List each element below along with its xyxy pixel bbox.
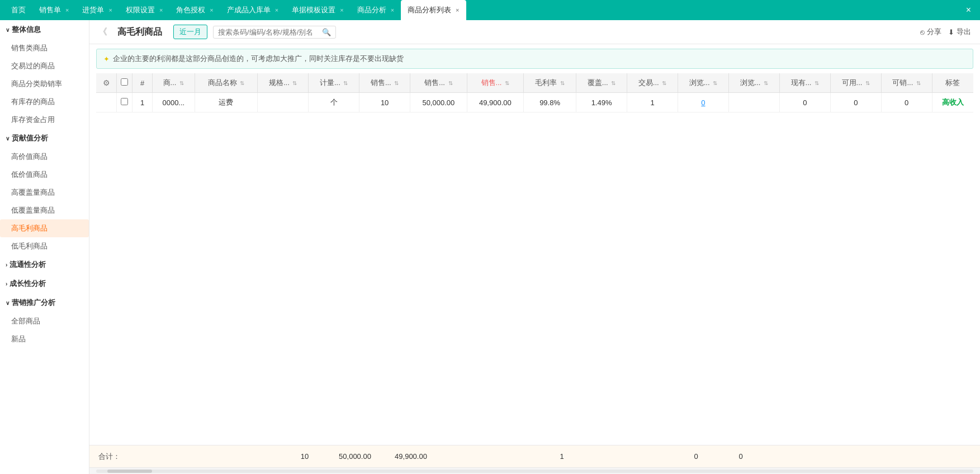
nav-product-in[interactable]: 产成品入库单 × (220, 0, 285, 20)
collapse-sidebar-btn[interactable]: 《 (98, 26, 107, 38)
footer-sales-amount: 50,000.00 (327, 452, 383, 461)
nav-close-permission[interactable]: × (159, 7, 163, 13)
content-header: 《 高毛利商品 近一月 🔍 ⎋ 分享 ⬇ 导出 (89, 20, 980, 44)
th-code[interactable]: 商... ⇅ (153, 73, 195, 93)
sort-spec-icon: ⇅ (292, 80, 297, 86)
th-view2[interactable]: 浏览... ⇅ (728, 73, 779, 93)
header-actions: ⎋ 分享 ⬇ 导出 (920, 27, 971, 37)
arrow-contribution: ∨ (6, 135, 10, 142)
nav-close-product-in[interactable]: × (275, 7, 278, 13)
td-sales-profit: 49,900.00 (467, 93, 524, 112)
th-view1[interactable]: 浏览... ⇅ (678, 73, 728, 93)
gear-icon[interactable]: ⚙ (103, 78, 110, 87)
th-transaction[interactable]: 交易... ⇅ (627, 73, 678, 93)
th-sales-amount[interactable]: 销售... ⇅ (410, 73, 467, 93)
main-layout: ∨ 整体信息 销售类商品 交易过的商品 商品分类助销率 有库存的商品 库存资金占… (0, 20, 980, 474)
sidebar-section-contribution[interactable]: ∨ 贡献值分析 (0, 129, 89, 148)
nav-close-analysis[interactable]: × (391, 7, 394, 13)
nav-close-template[interactable]: × (340, 7, 343, 13)
content-area: 《 高毛利商品 近一月 🔍 ⎋ 分享 ⬇ 导出 ✦ 企业的主要的利润都是这部 (89, 20, 980, 474)
sidebar-section-liquidity[interactable]: › 流通性分析 (0, 255, 89, 274)
td-checkbox[interactable] (117, 93, 132, 112)
td-sellable: 0 (881, 93, 932, 112)
th-name[interactable]: 商品名称 ⇅ (195, 73, 258, 93)
export-icon: ⬇ (948, 28, 954, 36)
top-nav: 首页 销售单 × 进货单 × 权限设置 × 角色授权 × 产成品入库单 × 单据… (0, 0, 980, 20)
nav-close-role[interactable]: × (210, 7, 213, 13)
nav-sales[interactable]: 销售单 × (32, 0, 75, 20)
sort-gross-margin-icon: ⇅ (560, 80, 565, 86)
sidebar-item-all-goods[interactable]: 全部商品 (0, 312, 89, 330)
footer-values: 10 50,000.00 49,900.00 1 0 0 (131, 452, 971, 461)
nav-analysis[interactable]: 商品分析 × (351, 0, 401, 20)
th-coverage[interactable]: 覆盖... ⇅ (576, 73, 627, 93)
th-sellable[interactable]: 可销... ⇅ (881, 73, 932, 93)
sidebar-item-high-margin[interactable]: 高毛利商品 (0, 219, 89, 237)
sidebar-item-low-margin[interactable]: 低毛利商品 (0, 237, 89, 255)
td-view1[interactable]: 0 (678, 93, 728, 112)
sidebar-item-low-value[interactable]: 低价值商品 (0, 166, 89, 184)
th-spec[interactable]: 规格... ⇅ (258, 73, 309, 93)
scrollbar-track[interactable] (96, 470, 973, 473)
nav-close-all[interactable]: × (962, 5, 976, 15)
sort-view1-icon: ⇅ (713, 80, 717, 86)
sort-available-icon: ⇅ (865, 80, 870, 86)
nav-analysis-list[interactable]: 商品分析列表 × (401, 0, 466, 20)
sort-view2-icon: ⇅ (764, 80, 768, 86)
sidebar-item-new-goods[interactable]: 新品 (0, 330, 89, 348)
row-checkbox[interactable] (121, 98, 128, 105)
table-row: 1 0000... 运费 个 (96, 93, 973, 112)
nav-template[interactable]: 单据模板设置 × (285, 0, 350, 20)
sidebar-item-high-coverage[interactable]: 高覆盖量商品 (0, 184, 89, 201)
th-checkbox (117, 73, 132, 93)
th-tag[interactable]: 标签 (932, 73, 973, 93)
th-sales-qty[interactable]: 销售... ⇅ (359, 73, 410, 93)
td-coverage: 1.49% (576, 93, 627, 112)
sidebar: ∨ 整体信息 销售类商品 交易过的商品 商品分类助销率 有库存的商品 库存资金占… (0, 20, 89, 474)
th-sales-profit[interactable]: 销售... ⇅ (467, 73, 524, 93)
sidebar-section-marketing[interactable]: ∨ 营销推广分析 (0, 293, 89, 312)
sort-code-icon: ⇅ (179, 80, 184, 86)
nav-close-purchase[interactable]: × (108, 7, 112, 13)
search-icon[interactable]: 🔍 (322, 28, 331, 36)
td-sales-amount: 50,000.00 (410, 93, 467, 112)
sort-profit-icon: ⇅ (505, 80, 509, 86)
nav-purchase[interactable]: 进货单 × (75, 0, 119, 20)
nav-home[interactable]: 首页 (4, 0, 32, 20)
sort-unit-icon: ⇅ (343, 80, 348, 86)
nav-role[interactable]: 角色授权 × (169, 0, 220, 20)
nav-close-sales[interactable]: × (65, 7, 69, 13)
table-container: ⚙ # 商... ⇅ 商品名称 (89, 73, 980, 445)
td-transaction: 1 (627, 93, 678, 112)
sort-sales-amount-icon: ⇅ (448, 80, 453, 86)
share-btn[interactable]: ⎋ 分享 (920, 27, 941, 37)
sidebar-item-stocked-goods[interactable]: 有库存的商品 (0, 93, 89, 111)
sidebar-section-growth[interactable]: › 成长性分析 (0, 274, 89, 293)
info-icon: ✦ (103, 55, 110, 63)
th-available[interactable]: 可用... ⇅ (830, 73, 881, 93)
td-name: 运费 (195, 93, 258, 112)
sort-transaction-icon: ⇅ (662, 80, 666, 86)
th-unit[interactable]: 计量... ⇅ (309, 73, 359, 93)
th-current-stock[interactable]: 现有... ⇅ (779, 73, 830, 93)
sidebar-item-high-value[interactable]: 高价值商品 (0, 148, 89, 166)
sidebar-item-sales-goods[interactable]: 销售类商品 (0, 39, 89, 57)
search-input[interactable] (218, 28, 319, 36)
sidebar-section-overall[interactable]: ∨ 整体信息 (0, 20, 89, 39)
sidebar-item-low-coverage[interactable]: 低覆盖量商品 (0, 201, 89, 219)
sidebar-item-category-rate[interactable]: 商品分类助销率 (0, 75, 89, 93)
export-btn[interactable]: ⬇ 导出 (948, 27, 971, 37)
nav-close-analysis-list[interactable]: × (456, 7, 459, 13)
nav-permission[interactable]: 权限设置 × (119, 0, 169, 20)
footer-label: 合计： (98, 452, 120, 462)
sidebar-item-stock-capital[interactable]: 库存资金占用 (0, 111, 89, 129)
sidebar-item-traded-goods[interactable]: 交易过的商品 (0, 57, 89, 75)
scrollbar-thumb[interactable] (107, 470, 152, 473)
th-gear[interactable]: ⚙ (96, 73, 117, 93)
select-all-checkbox[interactable] (121, 78, 128, 86)
page-title: 高毛利商品 (117, 26, 162, 38)
td-gear (96, 93, 117, 112)
arrow-liquidity: › (6, 262, 7, 268)
th-gross-margin[interactable]: 毛利率 ⇅ (524, 73, 576, 93)
period-btn-1month[interactable]: 近一月 (173, 25, 207, 39)
